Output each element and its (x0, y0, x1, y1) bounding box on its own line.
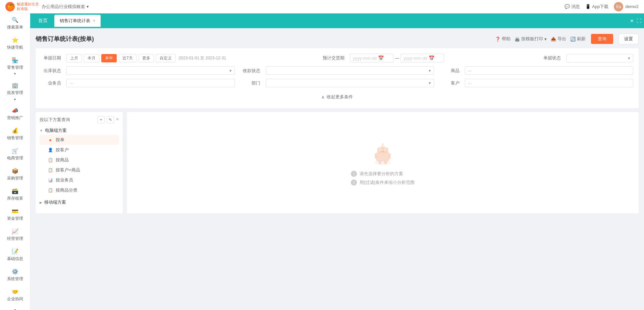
status-select[interactable]: ▾ (566, 54, 633, 62)
date-btn-more[interactable]: 更多 (139, 54, 154, 62)
date-end-input[interactable]: yyyy-mm-dd 📅 (400, 54, 444, 62)
inventory-icon: 🗃️ (12, 188, 18, 194)
scheme-edit-btn[interactable]: ✎ (107, 116, 114, 123)
scheme-actions: + ✎ « (97, 116, 119, 123)
refresh-icon: 🔄 (570, 37, 576, 42)
salesperson-select[interactable]: ··· (66, 79, 235, 87)
print-icon: 🖨️ (515, 37, 520, 42)
user-area[interactable]: Ea demo2 (614, 2, 639, 11)
date-btn-7days[interactable]: 近7天 (119, 54, 137, 62)
sidebar-item-tutorial[interactable]: 🎓 新手引导 (0, 305, 30, 310)
sidebar-search[interactable]: 🔍 搜索菜单 (0, 13, 30, 34)
svg-point-6 (385, 149, 386, 150)
page-title: 销售订单统计表(按单) (36, 35, 94, 43)
select-arrow-icon: ▾ (628, 56, 630, 61)
date-btn-this-year[interactable]: 本年 (101, 54, 117, 62)
date-start-input[interactable]: yyyy-mm-dd 📅 (350, 54, 393, 62)
help-icon: ❓ (495, 37, 500, 42)
system-select[interactable]: 办公用品行业模拟账套 ▾ (42, 4, 89, 10)
sidebar-item-operations[interactable]: 📈 经营管理 (0, 225, 30, 245)
retail-icon: 🏪 (12, 57, 18, 63)
sidebar-item-retail[interactable]: 🏪 零售管理 ▾ (0, 54, 30, 79)
chevron-icon: ▾ (14, 72, 16, 75)
tab-close-icon[interactable]: × (93, 18, 95, 23)
date-btn-last-month[interactable]: 上月 (66, 54, 82, 62)
scheme-item-by-customer[interactable]: 👤 按客户 (40, 145, 119, 155)
help-btn[interactable]: ❓ 帮助 (495, 36, 511, 42)
scheme-mobile-label: 移动端方案 (44, 199, 66, 205)
date-btn-this-month[interactable]: 本月 (84, 54, 99, 62)
collection-status-select[interactable]: ▾ (266, 66, 434, 75)
purchase-icon: 📦 (12, 168, 18, 174)
sidebar-item-enterprise[interactable]: 🤝 企业协同 (0, 285, 30, 305)
top-bar-right: 💬 消息 📱 App下载 Ea demo2 (565, 2, 639, 11)
refresh-btn[interactable]: 🔄 刷新 (570, 36, 586, 42)
operations-icon: 📈 (12, 228, 18, 235)
customer-select[interactable]: ··· (465, 79, 633, 87)
tab-bar: 首页 销售订单统计表 × ✕ ⛶ (30, 13, 644, 28)
customer-label: 客户 (439, 80, 460, 86)
scheme-item-by-goods[interactable]: 📋 按商品 (40, 155, 119, 165)
export-btn[interactable]: 📤 导出 (551, 36, 566, 42)
active-circle-icon: ● (48, 137, 53, 143)
expected-date-label: 预计交货期 (323, 55, 344, 61)
sidebar-item-purchase[interactable]: 📦 采购管理 (0, 164, 30, 185)
department-select-arrow-icon: ▾ (429, 81, 431, 86)
sidebar-item-basic[interactable]: 📝 基础信息 (0, 245, 30, 265)
chevron-icon: ▴ (14, 97, 16, 101)
scheme-group-desktop-header[interactable]: ▼ 电脑端方案 (40, 126, 119, 135)
salesperson-label: 业务员 (41, 80, 61, 86)
goods-select[interactable]: ··· (465, 66, 633, 75)
svg-rect-9 (389, 153, 391, 159)
mobile-group-arrow-icon: ▶ (40, 201, 42, 204)
sidebar-item-marketing[interactable]: 📣 营销推广 (0, 104, 30, 124)
content-area: 首页 销售订单统计表 × ✕ ⛶ 销售订单统计表(按单) ❓ (30, 13, 644, 310)
top-bar: 🍊 畅捷通好生意 标准版 办公用品行业模拟账套 ▾ 💬 消息 📱 App下载 E… (0, 0, 644, 13)
logo-icon: 🍊 (5, 2, 15, 11)
chevron-down-icon: ▾ (87, 4, 89, 9)
scheme-desktop-label: 电脑端方案 (45, 127, 67, 134)
page-actions: ❓ 帮助 🖨️ 按模板打印 ▾ 📤 导出 � (495, 36, 586, 42)
ship-status-select[interactable]: ▾ (66, 66, 235, 75)
scheme-add-btn[interactable]: + (97, 116, 105, 123)
marketing-icon: 📣 (12, 107, 18, 114)
empty-tip-2: 2 用[过滤]条件来缩小分析范围 (351, 179, 414, 186)
scheme-panel: 按以下方案查询 + ✎ « (36, 112, 123, 213)
date-btn-custom[interactable]: 自定义 (156, 54, 175, 62)
message-icon: 💬 (565, 4, 570, 9)
goods-ellipsis-icon: ··· (468, 68, 472, 73)
main-layout: 🔍 搜索菜单 ⭐ 快捷导航 🏪 零售管理 ▾ 🏢 批发管理 ▴ 📣 营销推广 💰… (0, 13, 644, 310)
svg-rect-11 (384, 161, 387, 164)
app-download-btn[interactable]: 📱 App下载 (585, 4, 608, 10)
scheme-desktop-group: ▼ 电脑端方案 ● 按单 👤 按客户 (40, 126, 119, 195)
sidebar-item-wholesale[interactable]: 🏢 批发管理 ▴ (0, 79, 30, 104)
scheme-item-by-salesperson[interactable]: 📊 按业务员 (40, 175, 119, 185)
sidebar-item-finance[interactable]: 💳 资金管理 (0, 205, 30, 225)
query-button[interactable]: 查询 (591, 34, 613, 44)
sidebar-item-system[interactable]: ⚙️ 系统管理 (0, 265, 30, 285)
tab-home[interactable]: 首页 (33, 13, 53, 28)
filter-panel: 单据日期 上月 本月 本年 近7天 更多 自定义 2023-01-01 至 20… (36, 48, 639, 108)
print-btn[interactable]: 🖨️ 按模板打印 ▾ (515, 36, 547, 42)
window-maximize-icon[interactable]: ⛶ (637, 18, 641, 23)
scheme-item-by-customer-goods[interactable]: 📋 按客户+商品 (40, 165, 119, 175)
right-content: 1 请先选择要分析的方案 2 用[过滤]条件来缩小分析范围 (127, 112, 639, 213)
calendar-icon-start: 📅 (378, 55, 384, 61)
page-content: 销售订单统计表(按单) ❓ 帮助 🖨️ 按模板打印 ▾ 📤 (30, 28, 644, 310)
collapse-btn[interactable]: ∧ 收起更多条件 (41, 91, 633, 103)
settings-button[interactable]: 设置 (619, 34, 639, 44)
window-close-icon[interactable]: ✕ (630, 18, 634, 23)
scheme-collapse-btn[interactable]: « (116, 116, 119, 123)
sidebar-item-inventory[interactable]: 🗃️ 库存核算 (0, 185, 30, 205)
scheme-item-by-order[interactable]: ● 按单 (40, 135, 119, 145)
scheme-item-by-goods-category[interactable]: 📋 按商品分类 (40, 185, 119, 195)
scheme-group-mobile-header[interactable]: ▶ 移动端方案 (40, 198, 119, 207)
tab-sales-order[interactable]: 销售订单统计表 × (54, 15, 101, 27)
sidebar-item-sales[interactable]: 💰 销售管理 (0, 124, 30, 144)
search-icon: 🔍 (12, 17, 18, 23)
sidebar-item-ecommerce[interactable]: 🛒 电商管理 (0, 144, 30, 164)
message-btn[interactable]: 💬 消息 (565, 4, 580, 10)
department-select[interactable]: ▾ (266, 79, 434, 87)
logo-text: 畅捷通好生意 标准版 (17, 2, 39, 11)
sidebar-quicknav[interactable]: ⭐ 快捷导航 (0, 34, 30, 54)
